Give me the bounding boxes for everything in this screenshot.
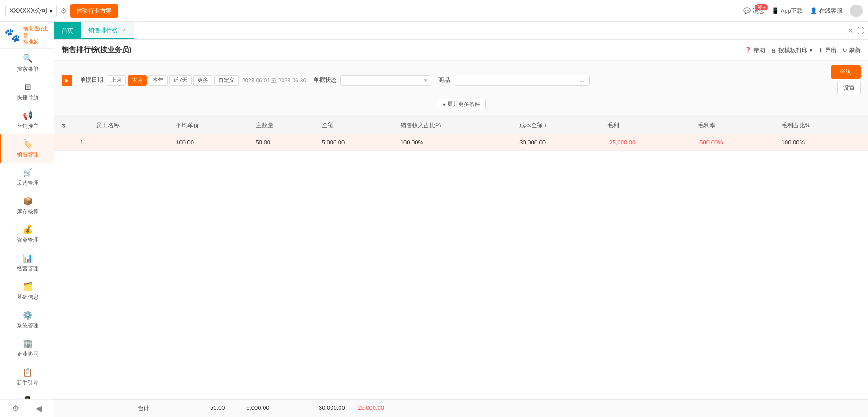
tab-bar: 首页 销售排行榜 ✕ ✕ ⛶ bbox=[54, 22, 868, 40]
chevron-down-icon: ▾ bbox=[49, 7, 53, 14]
gear-icon[interactable]: ⚙ bbox=[60, 6, 67, 15]
sidebar-item-search[interactable]: 🔍 搜索菜单 bbox=[0, 49, 54, 77]
export-icon: ⬇ bbox=[818, 47, 823, 53]
tab-close-all-icon[interactable]: ✕ bbox=[848, 26, 854, 35]
footer-rank-cell bbox=[96, 404, 132, 412]
purchase-icon: 🛒 bbox=[23, 168, 33, 177]
footer-gross-cell: -25,000.00 bbox=[350, 404, 389, 412]
sidebar-item-system[interactable]: ⚙️ 系统管理 bbox=[0, 306, 54, 334]
td-cost: 30,000.00 bbox=[514, 134, 602, 151]
date-btn-more[interactable]: 更多 bbox=[193, 75, 212, 86]
template-print-btn[interactable]: 🖨 按模板打印 ▾ bbox=[771, 46, 813, 54]
sidebar-item-guide[interactable]: 📋 新手引导 bbox=[0, 363, 54, 391]
th-qty: 主数量 bbox=[250, 117, 317, 134]
query-btn[interactable]: 查询 bbox=[831, 65, 861, 79]
filter-toggle-btn[interactable]: ▶ bbox=[62, 75, 72, 86]
column-settings-icon[interactable]: ⚙ bbox=[61, 122, 66, 129]
date-btn-this-year[interactable]: 本年 bbox=[149, 75, 168, 86]
date-filter: 单据日期 上月 本月 本年 近7天 更多 自定义 2023-06-01 至 20… bbox=[80, 75, 306, 86]
th-gross-rate: 毛利率 bbox=[692, 117, 776, 134]
finance-icon: 💰 bbox=[23, 225, 33, 235]
sidebar-item-label: 销售管理 bbox=[17, 151, 38, 158]
help-btn[interactable]: ❓ 帮助 bbox=[744, 46, 765, 54]
message-btn[interactable]: 💬 消息 99+ bbox=[743, 7, 764, 15]
chevron-down-icon: ▾ bbox=[810, 47, 813, 53]
top-bar: XXXXXX公司 ▾ ⚙ 体验行业方案 💬 消息 99+ 📱 App下载 👤 在… bbox=[0, 0, 868, 22]
sidebar-item-marketing[interactable]: 📢 营销推广 bbox=[0, 106, 54, 134]
cost-info-icon[interactable]: ℹ bbox=[545, 123, 547, 128]
date-btn-last-month[interactable]: 上月 bbox=[107, 75, 126, 86]
page-title: 销售排行榜(按业务员) bbox=[62, 45, 132, 55]
marketing-icon: 📢 bbox=[23, 110, 33, 120]
company-name: XXXXXX公司 bbox=[10, 7, 48, 15]
settings-icon[interactable]: ⚙ bbox=[12, 403, 19, 413]
search-icon: 🔍 bbox=[23, 53, 33, 63]
app-download-btn[interactable]: 📱 App下载 bbox=[772, 7, 803, 15]
sidebar-item-finance[interactable]: 💰 资金管理 bbox=[0, 220, 54, 249]
td-rank: 1 bbox=[72, 134, 91, 151]
date-btn-7days[interactable]: 近7天 bbox=[169, 75, 192, 86]
export-btn[interactable]: ⬇ 导出 bbox=[818, 46, 837, 54]
sales-icon: 🏷️ bbox=[23, 139, 33, 149]
logo-area: 🐾 畅康通好生意 标准版 bbox=[0, 22, 54, 49]
date-btn-this-month[interactable]: 本月 bbox=[128, 75, 147, 86]
logo-text: 畅康通好生意 标准版 bbox=[23, 25, 49, 45]
sidebar-item-operations[interactable]: 📊 经营管理 bbox=[0, 249, 54, 277]
sidebar-item-purchase[interactable]: 🛒 采购管理 bbox=[0, 163, 54, 192]
sidebar-item-label: 资金管理 bbox=[17, 236, 38, 244]
avatar[interactable] bbox=[850, 5, 863, 17]
more-icon[interactable]: ... bbox=[581, 77, 585, 83]
tab-home[interactable]: 首页 bbox=[54, 22, 81, 39]
th-settings[interactable]: ⚙ bbox=[54, 117, 72, 134]
status-select[interactable]: ▾ bbox=[340, 75, 431, 86]
setting-btn[interactable]: 设置 bbox=[837, 81, 861, 95]
td-avg-price: 100.00 bbox=[170, 134, 250, 151]
tab-close-icon[interactable]: ✕ bbox=[122, 27, 126, 33]
td-gross: -25,000.00 bbox=[602, 134, 692, 151]
date-range-display: 2023-06-01 至 2023-06-30 bbox=[242, 77, 306, 85]
sidebar-item-label: 新手引导 bbox=[17, 379, 38, 387]
date-btn-custom[interactable]: 自定义 bbox=[214, 75, 239, 86]
date-filter-label: 单据日期 bbox=[80, 76, 103, 84]
td-name bbox=[91, 134, 170, 151]
sidebar-item-label: 企业协同 bbox=[17, 350, 38, 358]
refresh-btn[interactable]: ↻ 刷新 bbox=[842, 46, 861, 54]
footer-gross-rate-cell bbox=[389, 404, 426, 412]
sidebar-nav: 🔍 搜索菜单 ⊞ 快捷导航 📢 营销推广 🏷️ 销售管理 🛒 采购管 bbox=[0, 49, 54, 399]
app-icon: 📱 bbox=[772, 7, 779, 14]
top-bar-right: 💬 消息 99+ 📱 App下载 👤 在线客服 bbox=[743, 5, 863, 17]
trial-btn[interactable]: 体验行业方案 bbox=[70, 4, 118, 18]
td-gross-pct: 100.00% bbox=[776, 134, 868, 151]
tab-bar-right: ✕ ⛶ bbox=[848, 26, 868, 35]
tab-sales-ranking[interactable]: 销售排行榜 ✕ bbox=[81, 22, 134, 39]
online-service-btn[interactable]: 👤 在线客服 bbox=[810, 7, 843, 15]
online-service-label: 在线客服 bbox=[819, 7, 843, 15]
sidebar-item-basic[interactable]: 🗂️ 基础信息 bbox=[0, 277, 54, 306]
td-gross-rate: -500.00% bbox=[692, 134, 776, 151]
table-body: 1 100.00 50.00 5,000.00 100.00% 30,000.0… bbox=[54, 134, 868, 151]
tab-expand-icon[interactable]: ⛶ bbox=[857, 27, 864, 35]
goods-input[interactable]: ... bbox=[454, 75, 590, 86]
collapse-icon[interactable]: ◀ bbox=[36, 403, 42, 413]
th-sales-pct: 销售收入占比% bbox=[395, 117, 514, 134]
footer-qty-cell: 50.00 bbox=[205, 404, 241, 412]
expand-conditions-btn[interactable]: ▾ 展开更多条件 bbox=[437, 99, 486, 110]
operations-icon: 📊 bbox=[23, 253, 33, 263]
sidebar-item-shortcut[interactable]: ⊞ 快捷导航 bbox=[0, 77, 54, 106]
message-badge: 99+ bbox=[755, 4, 768, 10]
td-amount: 5,000.00 bbox=[317, 134, 395, 151]
sidebar-item-inventory[interactable]: 📦 库存核算 bbox=[0, 192, 54, 220]
sidebar-item-appcenter[interactable]: 📱 应用中心 bbox=[0, 391, 54, 399]
service-icon: 👤 bbox=[810, 7, 817, 14]
sidebar-item-enterprise[interactable]: 🏢 企业协同 bbox=[0, 334, 54, 363]
panel-header: 销售排行榜(按业务员) ❓ 帮助 🖨 按模板打印 ▾ ⬇ bbox=[54, 40, 868, 61]
chevron-down-icon: ▾ bbox=[424, 77, 427, 83]
panel-actions: ❓ 帮助 🖨 按模板打印 ▾ ⬇ 导出 ↻ bbox=[744, 46, 861, 54]
company-selector[interactable]: XXXXXX公司 ▾ bbox=[5, 5, 57, 17]
sidebar-item-sales[interactable]: 🏷️ 销售管理 bbox=[0, 134, 54, 163]
status-filter: 单据状态 ▾ bbox=[313, 75, 431, 86]
sidebar-bottom: ⚙ ◀ bbox=[0, 399, 54, 417]
basic-icon: 🗂️ bbox=[23, 282, 33, 292]
filter-area: ▶ 单据日期 上月 本月 本年 近7天 更多 自定义 bbox=[54, 61, 868, 117]
expand-label: 展开更多条件 bbox=[447, 101, 480, 108]
